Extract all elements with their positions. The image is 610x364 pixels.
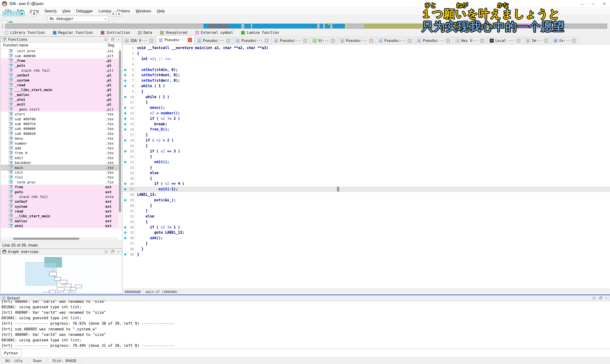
graph-overview-titlebar[interactable]: Graph overview × (1, 249, 122, 255)
tab-close-icon[interactable]: × (303, 39, 307, 43)
function-row-free[interactable]: ffreeext (1, 185, 119, 189)
function-row-atoi[interactable]: fatoiext (1, 223, 119, 228)
code-line-28[interactable]: 28LABEL_13: (122, 192, 610, 197)
code-line-2[interactable]: 2{ (122, 51, 610, 56)
panel-float-icon[interactable] (598, 297, 602, 300)
function-row-setbuf[interactable]: fsetbufext (1, 199, 119, 204)
output-log[interactable]: [hrt] 40090F: Var "var14" was renamed to… (1, 300, 609, 349)
panel-float-icon[interactable] (110, 250, 114, 253)
function-row-_free[interactable]: f_free.pl (1, 58, 119, 63)
navband-scroll-arrows[interactable]: ◂▸ (1, 24, 4, 29)
menu-view[interactable]: View (59, 9, 73, 14)
function-row-_init_proc[interactable]: f_init_proc.ini (1, 49, 119, 53)
tab-close-icon[interactable]: × (264, 39, 269, 43)
tab-pseudoc[interactable]: Pseudoc···× (376, 37, 414, 44)
code-line-30[interactable]: 30 } (122, 203, 610, 208)
tab-pseudoc[interactable]: Pseudoc···× (338, 37, 376, 44)
code-line-25[interactable]: 25 { (122, 176, 610, 181)
function-row-sub_400780[interactable]: fsub_400780.tex (1, 117, 119, 121)
code-line-7[interactable]: 7 setbuf(stderr, 0); (122, 78, 610, 83)
functions-table-header[interactable]: Function name Seg (1, 42, 122, 48)
forward-icon[interactable]: ▶ (12, 1, 18, 6)
window-text-icon[interactable]: T (8, 11, 13, 16)
code-line-13[interactable]: 13 n2 = number(); (122, 111, 610, 116)
function-row-fini[interactable]: ffini.tex (1, 175, 119, 180)
run-to-c-icon[interactable]: C (117, 11, 122, 16)
font-drop-icon[interactable]: ▼ (37, 11, 40, 16)
cli-input[interactable] (22, 349, 610, 357)
function-row-_system[interactable]: f_system.pl (1, 78, 119, 82)
tab-im[interactable]: Im···× (523, 37, 551, 44)
tab-close-icon[interactable]: × (544, 39, 548, 43)
code-line-24[interactable]: 24 else (122, 170, 610, 176)
panel-close-icon[interactable]: × (117, 38, 120, 41)
tab-close-icon[interactable]: × (226, 39, 230, 43)
tab-close-icon[interactable]: × (407, 39, 412, 43)
function-row-__stack_chk_fail[interactable]: f__stack_chk_failexte (1, 195, 119, 199)
function-row-init[interactable]: finit.tex (1, 170, 119, 175)
tab-pseudoc[interactable]: Pseudoc···× (272, 37, 310, 44)
function-row-number[interactable]: fnumber.tex (1, 141, 119, 145)
code-line-27[interactable]: 27 exit(-1); (122, 186, 610, 192)
function-row-menu[interactable]: fmenu.tex (1, 136, 119, 141)
code-line-22[interactable]: 22 edit(); (122, 159, 610, 165)
function-row-__libc_start_main[interactable]: f__libc_start_mainext (1, 214, 119, 219)
functions-vertical-scrollbar[interactable] (119, 49, 121, 230)
code-line-21[interactable]: 21 { (122, 154, 610, 159)
function-row-read[interactable]: freadext (1, 209, 119, 214)
code-line-38[interactable]: 38 } (122, 246, 610, 252)
tab-local[interactable]: Local ···× (487, 37, 523, 44)
code-line-9[interactable]: 9 { (122, 89, 610, 94)
function-row-system[interactable]: fsystemext (1, 204, 119, 209)
function-row-start[interactable]: fstart.tex (1, 112, 119, 117)
code-line-26[interactable]: 26 if ( n2 == 4 ) (122, 181, 610, 186)
function-row-_setbuf[interactable]: f_setbuf.pl (1, 73, 119, 78)
functions-horizontal-scrollbar[interactable] (1, 237, 119, 240)
graph-overview-canvas[interactable] (1, 255, 122, 293)
panel-restore-icon[interactable] (592, 297, 596, 300)
code-line-16[interactable]: 16 free_0(); (122, 127, 610, 132)
function-row-sub_4007C0[interactable]: fsub_4007C0.tex (1, 121, 119, 126)
tab-hexv[interactable]: Hex V···× (453, 37, 487, 44)
code-line-4[interactable]: 4 (122, 62, 610, 67)
tab-close-icon[interactable]: × (480, 39, 484, 43)
code-line-5[interactable]: 5 setbuf(stdin, 0); (122, 67, 610, 72)
function-row-add[interactable]: fadd.tex (1, 146, 119, 151)
tab-close-icon[interactable]: × (446, 39, 450, 43)
tab-idav[interactable]: IDA V···× (122, 37, 156, 44)
font-icon[interactable]: A (31, 11, 37, 16)
function-row-free_0[interactable]: ffree_0.tex (1, 151, 119, 155)
panel-float-icon[interactable] (110, 38, 114, 41)
tab-pseudoc[interactable]: Pseudoc···× (233, 37, 271, 44)
code-line-39[interactable]: 39} (122, 252, 610, 257)
code-line-34[interactable]: 34 if ( n2 != 1 ) (122, 224, 610, 230)
function-row-main[interactable]: fmain.tex (1, 165, 119, 170)
code-line-35[interactable]: 35 goto LABEL_13; (122, 230, 610, 235)
back-icon[interactable]: ◀ (2, 1, 8, 6)
code-line-33[interactable]: 33 { (122, 219, 610, 225)
jump-down-icon[interactable]: ↓ (25, 11, 31, 16)
code-line-1[interactable]: 1void __fastcall __noreturn main(int a1,… (122, 45, 610, 51)
cli-language-button[interactable]: Python (0, 349, 21, 357)
tab-pseudoc[interactable]: Pseudoc···× (195, 37, 233, 44)
function-row-malloc[interactable]: fmallocext (1, 219, 119, 223)
code-line-32[interactable]: 32 else (122, 214, 610, 219)
function-row-_atoi[interactable]: f_atoi.pl (1, 97, 119, 102)
code-line-17[interactable]: 17 } (122, 132, 610, 138)
panel-restore-icon[interactable] (104, 38, 108, 41)
function-row-sub_400800[interactable]: fsub_400800.tex (1, 126, 119, 131)
function-row-backdoor[interactable]: fbackdoor.tex (1, 160, 119, 165)
tab-close-icon[interactable]: × (369, 39, 373, 43)
code-line-8[interactable]: 8 while ( 1 ) (122, 83, 610, 89)
menu-help[interactable]: Help (154, 9, 168, 14)
panel-close-icon[interactable]: × (605, 297, 608, 300)
code-line-36[interactable]: 36 add(); (122, 235, 610, 241)
column-function-name[interactable]: Function name (1, 43, 105, 47)
tab-close-icon[interactable]: × (572, 39, 576, 43)
function-row-_read[interactable]: f_read.pl (1, 83, 119, 87)
debugger-selector[interactable]: No debugger ∨ (48, 16, 108, 22)
functions-panel-titlebar[interactable]: f Functions × (1, 37, 122, 42)
window-go-icon[interactable]: ▶ (20, 11, 25, 16)
forward-drop-icon[interactable]: ▼ (18, 1, 21, 6)
menu-debugger[interactable]: Debugger (73, 9, 96, 14)
